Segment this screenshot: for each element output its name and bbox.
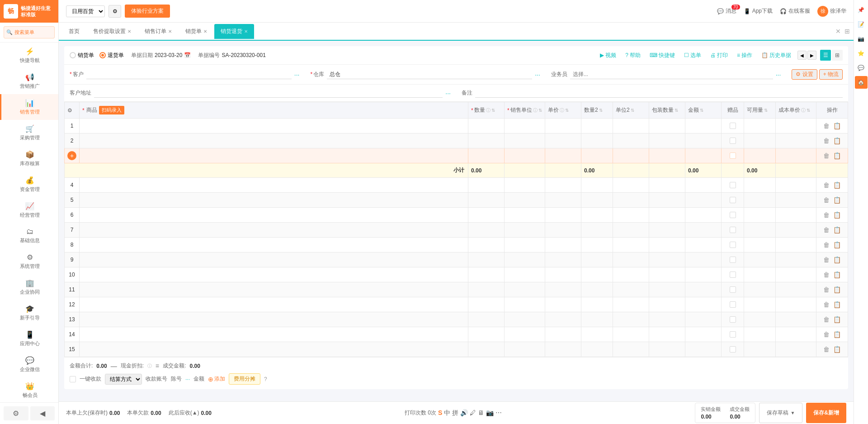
row-goods[interactable] [80, 119, 468, 133]
row-avail[interactable] [744, 208, 776, 223]
row-goods[interactable] [80, 342, 468, 357]
row-gift[interactable] [722, 327, 744, 342]
agent-input[interactable] [570, 70, 773, 79]
delete-row-btn[interactable]: 🗑 [822, 270, 830, 279]
row-gift[interactable] [722, 208, 744, 223]
cost-info-icon[interactable]: ⓘ [801, 107, 806, 114]
gift-checkbox[interactable] [730, 182, 736, 188]
row-price[interactable] [545, 297, 581, 312]
gift-checkbox[interactable] [730, 138, 736, 144]
video-btn[interactable]: ▶ 视频 [597, 50, 619, 61]
row-unit2[interactable] [613, 297, 649, 312]
discount-info-icon[interactable]: ⓘ [147, 363, 152, 369]
sidebar-item-inventory[interactable]: 📦 库存核算 [0, 146, 58, 172]
gift-checkbox[interactable] [730, 212, 736, 218]
row-pack[interactable] [649, 282, 685, 297]
radio-sales-bill[interactable]: 销货单 [70, 52, 94, 59]
next-arrow[interactable]: ▶ [807, 51, 816, 60]
row-pack[interactable] [649, 342, 685, 357]
warehouse-input[interactable] [327, 70, 532, 79]
row-gift[interactable] [722, 178, 744, 193]
row-amount[interactable] [685, 133, 722, 148]
row-avail[interactable] [744, 119, 776, 133]
row-qty2[interactable] [581, 282, 613, 297]
row-qty[interactable] [468, 282, 505, 297]
row-price[interactable] [545, 178, 581, 193]
row-unit2[interactable] [613, 252, 649, 267]
footer-help-icon[interactable]: ? [264, 376, 267, 382]
row-avail[interactable] [744, 312, 776, 327]
row-qty[interactable] [468, 327, 505, 342]
row-unit[interactable] [505, 267, 545, 282]
sidebar-item-finance[interactable]: 💰 资金管理 [0, 172, 58, 197]
row-unit2[interactable] [613, 282, 649, 297]
row-avail[interactable] [744, 223, 776, 238]
row-cost[interactable] [776, 252, 816, 267]
row-price[interactable] [545, 252, 581, 267]
row-cost[interactable] [776, 342, 816, 357]
row-pack[interactable] [649, 178, 685, 193]
row-qty[interactable] [468, 267, 505, 282]
maximize-button[interactable]: ⊞ [844, 28, 850, 35]
gift-checkbox[interactable] [730, 346, 736, 353]
row-goods[interactable] [80, 312, 468, 327]
row-unit2[interactable] [613, 267, 649, 282]
row-qty[interactable] [468, 238, 505, 252]
row-qty[interactable] [468, 133, 505, 148]
row-cost[interactable] [776, 327, 816, 342]
row-avail-active[interactable] [744, 148, 776, 163]
row-add-btn-cell[interactable]: + [65, 148, 80, 163]
prev-arrow[interactable]: ◀ [797, 51, 807, 60]
row-qty[interactable] [468, 297, 505, 312]
row-gift[interactable] [722, 252, 744, 267]
agent-dots-btn[interactable]: ··· [776, 71, 781, 78]
row-gift-active[interactable] [722, 148, 744, 163]
row-amount[interactable] [685, 312, 722, 327]
right-panel-photo-btn[interactable]: 📷 [855, 33, 868, 45]
save-and-new-button[interactable]: 保存&新增 [806, 403, 846, 423]
collapse-sidebar-button[interactable]: ◀ [30, 406, 55, 420]
row-price[interactable] [545, 119, 581, 133]
row-goods[interactable] [80, 133, 468, 148]
row-unit[interactable] [505, 238, 545, 252]
customer-dots-btn[interactable]: ··· [294, 71, 300, 78]
delete-row-btn[interactable]: 🗑 [822, 240, 830, 249]
copy-row-btn[interactable]: 📋 [832, 136, 842, 145]
row-unit[interactable] [505, 297, 545, 312]
row-gift[interactable] [722, 119, 744, 133]
gift-checkbox[interactable] [730, 123, 736, 129]
row-unit[interactable] [505, 178, 545, 193]
tab-close-sales-order[interactable]: ✕ [168, 29, 172, 34]
settings-action-btn[interactable]: ⚙ 设置 [792, 69, 817, 80]
operation-btn[interactable]: ≡ 操作 [734, 50, 755, 61]
row-avail[interactable] [744, 342, 776, 357]
row-amount[interactable] [685, 252, 722, 267]
split-cost-btn[interactable]: 费用分摊 [229, 373, 260, 385]
row-cost[interactable] [776, 193, 816, 208]
row-goods[interactable] [80, 327, 468, 342]
row-pack[interactable] [649, 208, 685, 223]
row-amount[interactable] [685, 342, 722, 357]
row-amount[interactable] [685, 223, 722, 238]
row-qty2[interactable] [581, 267, 613, 282]
row-amount[interactable] [685, 267, 722, 282]
row-avail[interactable] [744, 133, 776, 148]
save-draft-button[interactable]: 保存草稿 ▼ [759, 403, 802, 423]
sidebar-item-purchase[interactable]: 🛒 采购管理 [0, 120, 58, 146]
row-gift[interactable] [722, 282, 744, 297]
calendar-icon[interactable]: 📅 [184, 52, 191, 58]
row-qty[interactable] [468, 119, 505, 133]
settlement-select[interactable]: 结算方式 [105, 374, 142, 385]
delete-row-btn[interactable]: 🗑 [822, 210, 830, 219]
row-unit[interactable] [505, 252, 545, 267]
delete-row-btn[interactable]: 🗑 [822, 345, 830, 354]
row-price[interactable] [545, 223, 581, 238]
trial-plan-button[interactable]: 体验行业方案 [125, 5, 170, 18]
row-goods[interactable] [80, 178, 468, 193]
row-price[interactable] [545, 327, 581, 342]
sidebar-item-basic[interactable]: 🗂 基础信息 [0, 223, 58, 248]
row-qty[interactable] [468, 208, 505, 223]
row-qty2-active[interactable] [581, 148, 613, 163]
row-cost[interactable] [776, 208, 816, 223]
tab-home[interactable]: 首页 [62, 24, 86, 39]
